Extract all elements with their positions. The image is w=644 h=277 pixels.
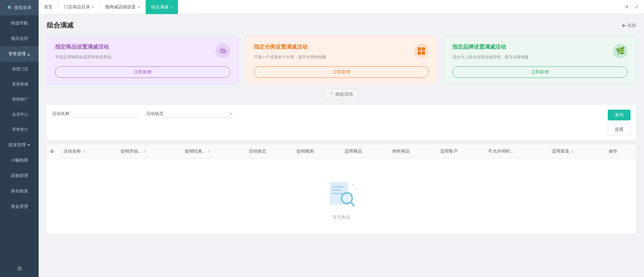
- retail-arrow: ▲: [27, 52, 31, 56]
- tab-product-catalog[interactable]: 门店商品目录 ×: [58, 0, 100, 14]
- table-body: 暂无数据: [47, 159, 636, 234]
- tab-home-label: 首页: [44, 4, 53, 10]
- sidebar-item-inventory[interactable]: 库存核算: [0, 183, 39, 199]
- setting-button[interactable]: 设置: [608, 124, 631, 135]
- sort-channel-icon: ⇅: [571, 150, 574, 153]
- sidebar-item-marketing[interactable]: 营销推广: [0, 92, 39, 107]
- tab-product-catalog-close[interactable]: ×: [92, 5, 94, 9]
- collapse-icon: ⌃: [330, 92, 333, 97]
- th-action: 操作: [605, 144, 636, 159]
- category-card-add-button[interactable]: 立即新增: [254, 66, 429, 78]
- retailstats-label: 零售统计: [12, 127, 28, 132]
- brand-card-add-button[interactable]: 立即新增: [452, 66, 628, 78]
- th-start[interactable]: 促销开始... ⇅: [117, 144, 181, 159]
- page-header: 组合满减 ▶ 视频: [47, 21, 636, 30]
- tab-combo-discount-label: 组合满减: [151, 4, 169, 10]
- video-link[interactable]: ▶ 视频: [623, 22, 636, 29]
- sidebar: 🔍 搜索菜单 快捷导航 项目合同 零售管理 ▲ 智慧门店 零售商城 营销推广 会…: [0, 0, 39, 277]
- retail-label: 零售管理: [8, 51, 26, 57]
- wholesale-label: 批发管理: [8, 142, 26, 148]
- main-area: 首页 门店商品目录 × 微商城店铺设置 × 组合满减 × ✕ ⤢ 组合满减 ▶ …: [39, 0, 644, 277]
- tab-shop-settings-label: 微商城店铺设置: [105, 4, 136, 10]
- goods-card-add-button[interactable]: 立即新增: [55, 66, 230, 78]
- bag-icon: 🛍: [219, 47, 227, 55]
- activity-name-label: 活动名称: [52, 111, 70, 117]
- retailmall-label: 零售商城: [12, 81, 28, 87]
- brand-card-title: 指定品牌设置满减活动: [452, 44, 628, 51]
- tab-shop-settings-close[interactable]: ×: [138, 5, 140, 9]
- activity-cards: 🛍 指定商品设置满减活动 可指定滞销商品或库存较多商品 立即新增 指定分类设置满…: [47, 36, 636, 84]
- svg-rect-2: [418, 51, 421, 55]
- activity-card-category: 指定分类设置满减活动 可选一个或者多个分类，提升分类的销量 立即新增: [245, 36, 438, 84]
- video-label: 视频: [627, 22, 636, 29]
- filter-buttons: 查询 设置: [608, 110, 631, 135]
- sidebar-item-retail[interactable]: 零售管理 ▲: [0, 46, 39, 62]
- sidebar-item-search[interactable]: 🔍 搜索菜单: [0, 0, 39, 15]
- quicknav-label: 快捷导航: [11, 20, 28, 26]
- leaf-icon: 🌿: [616, 47, 625, 55]
- svg-rect-5: [332, 186, 344, 187]
- sidebar-item-quicknav[interactable]: 快捷导航: [0, 15, 39, 31]
- svg-rect-7: [332, 193, 343, 194]
- th-name[interactable]: 活动名称 ⇅: [60, 144, 117, 159]
- activity-status-select-wrapper: ▾: [166, 110, 233, 118]
- sidebar-item-wholesale[interactable]: 批发管理 ▼: [0, 137, 39, 153]
- sidebar-item-retailstats[interactable]: 零售统计: [0, 122, 39, 137]
- empty-state: 暂无数据: [47, 159, 636, 234]
- tab-combo-discount-close[interactable]: ×: [171, 5, 173, 9]
- th-channel[interactable]: 适用渠道 ⇅: [548, 144, 605, 159]
- play-icon: ▶: [623, 23, 626, 28]
- tabbar: 首页 门店商品目录 × 微商城店铺设置 × 组合满减 × ✕ ⤢: [39, 0, 644, 14]
- sidebar-label-search: 搜索菜单: [14, 5, 32, 11]
- empty-illustration: [325, 179, 358, 209]
- gear-icon: ⚙: [50, 149, 54, 154]
- tab-shop-settings[interactable]: 微商城店铺设置 ×: [100, 0, 145, 14]
- sidebar-item-finance[interactable]: 资金管理: [0, 199, 39, 214]
- th-gear[interactable]: ⚙: [47, 144, 60, 159]
- svg-line-10: [351, 202, 354, 206]
- sidebar-item-purchase[interactable]: 采购管理: [0, 168, 39, 183]
- goods-card-title: 指定商品设置满减活动: [55, 44, 230, 51]
- smartstore-label: 智慧门店: [12, 66, 28, 72]
- filter-activity-status: 活动状态 ▾: [146, 110, 233, 118]
- th-except: 例外商品: [389, 144, 437, 159]
- th-nostack: 不允许同时...: [485, 144, 549, 159]
- svg-point-9: [343, 195, 351, 202]
- query-button[interactable]: 查询: [608, 110, 631, 120]
- ecommerce-label: 小畅电商: [11, 157, 28, 163]
- finance-label: 资金管理: [11, 204, 28, 210]
- activity-name-input[interactable]: [72, 110, 139, 118]
- marketing-label: 营销推广: [12, 97, 28, 102]
- inventory-label: 库存核算: [11, 188, 28, 194]
- category-card-title: 指定分类设置满减活动: [254, 44, 429, 51]
- tab-home[interactable]: 首页: [39, 0, 58, 14]
- category-card-desc: 可选一个或者多个分类，提升分类的销量: [254, 54, 429, 60]
- window-close-btn[interactable]: ✕: [623, 4, 630, 10]
- svg-point-11: [352, 184, 354, 186]
- tab-product-catalog-label: 门店商品目录: [64, 4, 90, 10]
- sidebar-item-smartstore[interactable]: 智慧门店: [0, 62, 39, 77]
- collapse-label: 收起活动: [335, 91, 353, 97]
- th-end[interactable]: 促销结束... ⇅: [181, 144, 245, 159]
- tab-combo-discount[interactable]: 组合满减 ×: [146, 0, 178, 14]
- window-maximize-btn[interactable]: ⤢: [633, 4, 640, 10]
- sidebar-settings[interactable]: ⚙: [0, 260, 39, 277]
- brand-card-icon: 🌿: [613, 44, 628, 58]
- collapse-bar: ⌃ 收起活动: [47, 89, 636, 100]
- svg-rect-3: [422, 51, 425, 55]
- th-customer: 适用客户: [437, 144, 485, 159]
- svg-rect-0: [418, 47, 421, 51]
- page-title: 组合满减: [47, 21, 74, 30]
- sidebar-item-contract[interactable]: 项目合同: [0, 31, 39, 46]
- empty-text: 暂无数据: [53, 214, 629, 220]
- sidebar-item-member[interactable]: 会员中心: [0, 107, 39, 122]
- wholesale-arrow: ▼: [27, 143, 31, 147]
- th-rule: 促销规则: [293, 144, 341, 159]
- sidebar-item-ecommerce[interactable]: 小畅电商: [0, 153, 39, 168]
- brand-card-desc: 适合与上游企业联合做营销，提升品牌销量: [452, 54, 628, 60]
- table-header-row: ⚙ 活动名称 ⇅ 促销开始... ⇅ 促销结束... ⇅: [47, 144, 636, 159]
- activity-status-select[interactable]: [166, 110, 233, 118]
- collapse-button[interactable]: ⌃ 收起活动: [324, 89, 359, 100]
- sidebar-item-retailmall[interactable]: 零售商城: [0, 77, 39, 92]
- goods-card-icon: 🛍: [216, 44, 230, 58]
